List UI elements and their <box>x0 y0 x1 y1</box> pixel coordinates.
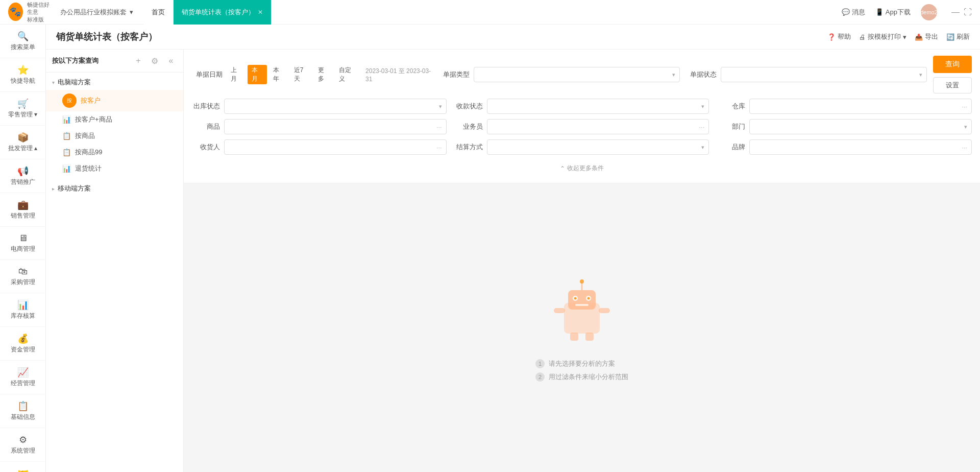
svg-rect-1 <box>568 290 596 310</box>
sidebar-item-sales[interactable]: 💼 销售管理 <box>0 193 45 227</box>
outhouse-select[interactable]: ▾ <box>224 99 447 114</box>
purchase-icon: 🛍 <box>0 266 45 277</box>
tip-num-1: 1 <box>535 359 545 368</box>
empty-tips: 1 请先选择要分析的方案 2 用过滤条件来缩小分析范围 <box>535 357 628 384</box>
warehouse-input[interactable]: ··· <box>749 99 972 114</box>
type-select[interactable]: ▾ <box>474 67 680 82</box>
left-panel-header: 按以下方案查询 + ⚙ « <box>46 50 183 73</box>
page-header: 销货单统计表（按客户） ❓ 帮助 🖨 按模板打印 ▾ 📤 导出 <box>46 25 980 50</box>
basic-icon: 📋 <box>0 400 45 412</box>
sidebar-item-purchase[interactable]: 🛍 采购管理 <box>0 260 45 293</box>
collapse-btn[interactable]: ⌃ 收起更多条件 <box>192 160 972 177</box>
sidebar-item-search[interactable]: 🔍 搜索菜单 <box>0 25 45 58</box>
dots-icon[interactable]: ··· <box>699 123 704 131</box>
chevron-down-icon: ▾ <box>701 103 704 110</box>
tab-sales-stats[interactable]: 销货单统计表（按客户） ✕ <box>174 0 272 25</box>
svg-point-5 <box>587 297 590 299</box>
sidebar-item-basic[interactable]: 📋 基础信息 <box>0 394 45 428</box>
page-actions: ❓ 帮助 🖨 按模板打印 ▾ 📤 导出 🔄 刷新 <box>827 32 970 41</box>
product-input[interactable]: ··· <box>224 119 447 134</box>
left-panel-tools: + ⚙ « <box>132 55 177 67</box>
sidebar-item-quick[interactable]: ⭐ 快捷导航 <box>0 58 45 92</box>
sidebar-item-retail[interactable]: 🛒 零售管理 ▾ <box>0 92 45 126</box>
receiver-input[interactable]: ··· <box>224 139 447 155</box>
scheme-item-by-product-99[interactable]: 📋 按商品99 <box>46 144 183 160</box>
sidebar-item-wholesale[interactable]: 📦 批发管理 ▴ <box>0 126 45 159</box>
sidebar-item-business[interactable]: 📈 经营管理 <box>0 361 45 394</box>
sidebar-item-system[interactable]: ⚙ 系统管理 <box>0 428 45 462</box>
scheme-item-by-customer-product[interactable]: 📊 按客户+商品 <box>46 111 183 128</box>
settings-button[interactable]: 设置 <box>933 77 972 93</box>
salesperson-input[interactable]: ··· <box>487 119 709 134</box>
date-tabs: 上月 本月 本年 近7天 更多 自定义 <box>227 65 359 84</box>
scheme-active-indicator: 按 <box>62 93 77 108</box>
date-tab-custom[interactable]: 自定义 <box>335 65 359 84</box>
warehouse-label: 仓库 <box>717 102 745 111</box>
department-select[interactable]: ▾ <box>749 119 972 134</box>
type-label: 单据类型 <box>439 70 470 79</box>
brand-cell: 品牌 ··· <box>717 139 972 155</box>
app-download-btn[interactable]: 📱 App下载 <box>875 8 911 17</box>
dots-icon[interactable]: ··· <box>962 144 967 151</box>
logo-icon: 🐾 <box>8 3 23 21</box>
finance-icon: 💰 <box>0 333 45 344</box>
date-tab-this-year[interactable]: 本年 <box>269 65 288 84</box>
date-tab-this-month[interactable]: 本月 <box>248 65 266 84</box>
refresh-btn[interactable]: 🔄 刷新 <box>946 32 970 41</box>
date-tab-7days[interactable]: 近7天 <box>290 65 312 84</box>
brand-input[interactable]: ··· <box>749 139 972 155</box>
logo-area: 🐾 畅捷信好生意 标准版 <box>8 1 54 23</box>
help-btn[interactable]: ❓ 帮助 <box>827 32 851 41</box>
scheme-group-pc-header[interactable]: ▾ 电脑端方案 <box>46 75 183 90</box>
tab-bar: 首页 销货单统计表（按客户） ✕ <box>143 0 842 24</box>
export-btn[interactable]: 📤 导出 <box>915 32 938 41</box>
dots-icon[interactable]: ··· <box>436 144 442 151</box>
window-controls: — ⛶ <box>951 8 972 17</box>
chevron-down-icon: ▾ <box>439 103 442 110</box>
logo-text: 畅捷信好生意 标准版 <box>27 1 54 23</box>
chevron-down-icon: ▾ <box>964 124 967 130</box>
sidebar-item-marketing[interactable]: 📢 营销推广 <box>0 159 45 193</box>
content-area: 销货单统计表（按客户） ❓ 帮助 🖨 按模板打印 ▾ 📤 导出 <box>46 25 980 472</box>
industry-selector[interactable]: 办公用品行业模拟账套 ▾ <box>54 8 139 17</box>
chart-icon: 📊 <box>62 115 71 124</box>
scheme-item-return-stats[interactable]: 📊 退货统计 <box>46 160 183 177</box>
scheme-group-mobile-header[interactable]: ▸ 移动端方案 <box>46 181 183 196</box>
status-label: 单据状态 <box>686 70 717 79</box>
scheme-item-by-product[interactable]: 📋 按商品 <box>46 128 183 144</box>
settings-scheme-btn[interactable]: ⚙ <box>149 55 161 67</box>
user-avatar-btn[interactable]: demo2 <box>921 4 937 20</box>
sidebar-item-finance[interactable]: 💰 资金管理 <box>0 327 45 361</box>
date-tab-last-month[interactable]: 上月 <box>227 65 246 84</box>
dots-icon[interactable]: ··· <box>962 103 967 110</box>
action-buttons: 查询 设置 <box>933 56 972 93</box>
dots-icon[interactable]: ··· <box>436 123 442 131</box>
chevron-down-icon: ▾ <box>919 72 922 78</box>
payment-method-select[interactable]: ▾ <box>487 139 709 155</box>
scheme-item-by-customer[interactable]: 按 按客户 <box>46 90 183 111</box>
maximize-icon[interactable]: ⛶ <box>964 8 972 17</box>
tip-num-2: 2 <box>535 372 545 382</box>
sidebar-item-cooperation[interactable]: 🤝 企业协同 <box>0 462 45 472</box>
tab-home[interactable]: 首页 <box>143 0 174 25</box>
tab-close-icon[interactable]: ✕ <box>258 9 263 16</box>
warehouse-cell: 仓库 ··· <box>717 99 972 114</box>
svg-rect-7 <box>554 308 565 313</box>
query-button[interactable]: 查询 <box>933 56 972 73</box>
date-filter-cell: 单据日期 上月 本月 本年 近7天 更多 自定义 2023-03-01 至 20… <box>192 65 433 84</box>
minimize-icon[interactable]: — <box>951 8 960 17</box>
message-btn[interactable]: 💬 消息 <box>842 8 865 17</box>
right-panel: 单据日期 上月 本月 本年 近7天 更多 自定义 2023-03-01 至 20… <box>184 50 980 472</box>
filter-area: 单据日期 上月 本月 本年 近7天 更多 自定义 2023-03-01 至 20… <box>184 50 980 183</box>
status-select[interactable]: ▾ <box>721 67 927 82</box>
payment-select[interactable]: ▾ <box>487 99 709 114</box>
date-tab-more[interactable]: 更多 <box>314 65 333 84</box>
collapse-panel-btn[interactable]: « <box>165 55 177 67</box>
date-range: 2023-03-01 至 2023-03-31 <box>365 67 433 83</box>
sidebar-item-ecommerce[interactable]: 🖥 电商管理 <box>0 227 45 260</box>
print-btn[interactable]: 🖨 按模板打印 ▾ <box>859 32 906 41</box>
add-scheme-btn[interactable]: + <box>132 55 144 67</box>
sidebar-item-inventory[interactable]: 📊 库存核算 <box>0 293 45 327</box>
chevron-down-icon: ▾ <box>903 33 906 41</box>
status-filter-cell: 单据状态 ▾ <box>686 67 927 82</box>
